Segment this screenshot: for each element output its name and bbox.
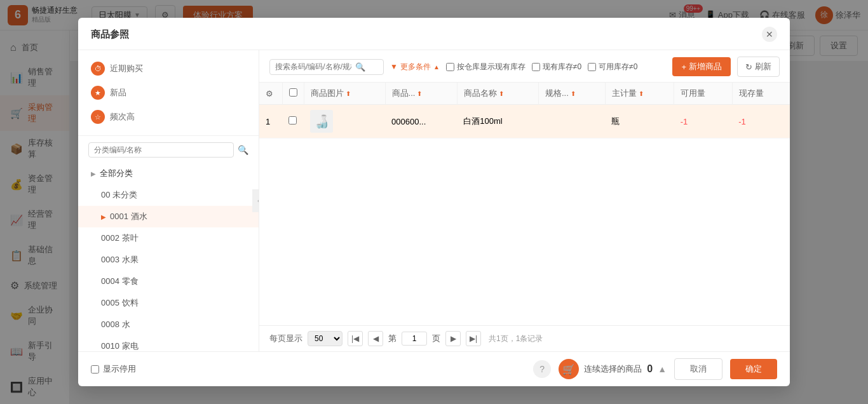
modal-body: ⏱ 近期购买 ★ 新品 ☆ 频次高 🔍 <box>78 50 790 351</box>
usable-label: 可用库存≠0 <box>599 62 637 72</box>
stock-value: -1 <box>738 117 746 126</box>
confirm-btn[interactable]: 确定 <box>730 359 777 379</box>
category-search-input[interactable] <box>88 142 234 158</box>
modal-footer: 显示停用 ? 🛒 连续选择的商品 0 ▲ 取消 确定 <box>78 351 790 386</box>
category-tree: ▶ 全部分类 00 未分类 ▶ 0001 酒水 0002 茶叶 0003 水果 <box>78 163 259 351</box>
unit-col-sort: 主计量 ⬆ <box>612 88 667 99</box>
cat-label-0001: 0001 酒水 <box>110 211 147 222</box>
unit-sort-icon: ⬆ <box>639 90 644 97</box>
cat-uncategorized[interactable]: 00 未分类 <box>78 184 259 206</box>
category-search-btn[interactable]: 🔍 <box>238 145 248 155</box>
recent-icon: ⏱ <box>91 62 105 76</box>
cat-arrow-all: ▶ <box>91 170 96 177</box>
th-checkbox <box>282 83 304 105</box>
next-page-btn[interactable]: ▶ <box>445 331 461 346</box>
page-prefix: 第 <box>388 333 397 344</box>
spec-col-sort: 规格... ⬆ <box>545 88 599 99</box>
settings-col-icon[interactable]: ⚙ <box>266 89 273 98</box>
cat-arrow-0001: ▶ <box>101 213 106 220</box>
cart-collapse-icon[interactable]: ▲ <box>658 364 667 374</box>
frequent-tab[interactable]: ☆ 频次高 <box>78 105 259 129</box>
th-name-label: 商品名称 <box>464 88 497 99</box>
cart-area: 🛒 连续选择的商品 0 ▲ <box>559 359 667 379</box>
quick-tabs: ⏱ 近期购买 ★ 新品 ☆ 频次高 <box>78 50 259 133</box>
search-icon[interactable]: 🔍 <box>355 62 365 72</box>
product-search-input[interactable] <box>275 62 351 71</box>
last-page-btn[interactable]: ▶| <box>466 331 481 346</box>
cat-label-0010: 0010 家电 <box>101 340 139 351</box>
first-page-btn[interactable]: |◀ <box>348 331 363 346</box>
available-checkbox-row[interactable]: 现有库存≠0 <box>532 62 581 72</box>
modal-title: 商品参照 <box>91 29 129 41</box>
help-btn[interactable]: ? <box>533 360 551 378</box>
new-product-tab[interactable]: ★ 新品 <box>78 81 259 105</box>
add-icon: + <box>681 62 686 72</box>
page-unit: 页 <box>432 333 440 344</box>
refresh-icon: ↻ <box>745 62 752 72</box>
show-disabled-check[interactable]: 显示停用 <box>91 363 136 375</box>
product-search-box: 🔍 <box>269 59 384 75</box>
table-body: 1 🍶 000600... 白酒100ml 瓶 <box>259 105 790 138</box>
modal-toolbar: 🔍 ▼ 更多条件 ▲ 按仓库显示现有库存 现有库存≠0 <box>259 50 790 83</box>
td-img: 🍶 <box>304 105 385 138</box>
th-spec-label: 规格... <box>545 88 569 99</box>
th-code: 商品... ⬆ <box>385 83 457 105</box>
filter-arrow-icon: ▲ <box>433 64 440 71</box>
add-label: 新增商品 <box>689 61 722 72</box>
th-spec: 规格... ⬆ <box>538 83 605 105</box>
cat-label-0005: 0005 饮料 <box>101 297 139 309</box>
available-checkbox[interactable] <box>532 63 540 71</box>
page-input[interactable] <box>402 332 427 346</box>
warehouse-checkbox-row[interactable]: 按仓库显示现有库存 <box>446 62 526 72</box>
th-img: 商品图片 ⬆ <box>304 83 385 105</box>
new-icon: ★ <box>91 86 105 100</box>
add-product-btn[interactable]: + 新增商品 <box>672 57 731 76</box>
total-info: 共1页，1条记录 <box>489 333 543 344</box>
row-checkbox[interactable] <box>288 116 297 125</box>
cart-icon[interactable]: 🛒 <box>559 359 579 379</box>
filter-icon: ▼ <box>390 62 398 71</box>
usable-checkbox-row[interactable]: 可用库存≠0 <box>588 62 637 72</box>
modal-right-panel: 🔍 ▼ 更多条件 ▲ 按仓库显示现有库存 现有库存≠0 <box>259 50 790 351</box>
code-sort-icon: ⬆ <box>417 90 422 97</box>
code-col-sort: 商品... ⬆ <box>392 88 451 99</box>
refresh-label: 刷新 <box>755 61 771 72</box>
cat-all[interactable]: ▶ 全部分类 <box>78 163 259 184</box>
available-label: 现有库存≠0 <box>543 62 581 72</box>
refresh-table-btn[interactable]: ↻ 刷新 <box>737 57 780 77</box>
spec-sort-icon: ⬆ <box>571 90 576 97</box>
cat-fruit[interactable]: 0003 水果 <box>78 249 259 271</box>
cancel-btn[interactable]: 取消 <box>674 358 722 380</box>
th-stock: 现存量 <box>732 83 790 105</box>
modal-close-btn[interactable]: ✕ <box>762 27 777 42</box>
prev-page-btn[interactable]: ◀ <box>368 331 383 346</box>
cat-appliance[interactable]: 0010 家电 <box>78 335 259 351</box>
available-value: -1 <box>681 117 688 126</box>
cat-alcohol[interactable]: ▶ 0001 酒水 <box>78 206 259 227</box>
recent-purchase-tab[interactable]: ⏱ 近期购买 <box>78 57 259 81</box>
more-filter-btn[interactable]: ▼ 更多条件 ▲ <box>390 62 440 72</box>
cat-snack[interactable]: 0004 零食 <box>78 271 259 292</box>
cat-drink[interactable]: 0005 饮料 <box>78 292 259 314</box>
usable-checkbox[interactable] <box>588 63 596 71</box>
select-all-checkbox[interactable] <box>289 88 297 97</box>
new-label: 新品 <box>110 87 126 98</box>
warehouse-checkbox[interactable] <box>446 63 454 71</box>
td-index: 1 <box>259 105 282 138</box>
cat-tea[interactable]: 0002 茶叶 <box>78 227 259 249</box>
frequent-label: 频次高 <box>110 111 135 123</box>
cart-label: 连续选择的商品 <box>584 363 642 375</box>
th-code-label: 商品... <box>392 88 416 99</box>
name-sort-icon: ⬆ <box>499 90 504 97</box>
show-disabled-checkbox[interactable] <box>91 365 99 374</box>
panel-collapse-btn[interactable]: ‹ <box>252 189 259 212</box>
per-page-select[interactable]: 50 100 <box>308 331 342 346</box>
cat-label-0002: 0002 茶叶 <box>101 232 139 244</box>
td-spec <box>538 105 605 138</box>
td-unit: 瓶 <box>605 105 674 138</box>
modal-header: 商品参照 ✕ <box>78 18 790 50</box>
cat-water[interactable]: 0008 水 <box>78 314 259 335</box>
cat-label-all: 全部分类 <box>100 168 133 179</box>
frequent-icon: ☆ <box>91 110 105 124</box>
table-row[interactable]: 1 🍶 000600... 白酒100ml 瓶 <box>259 105 790 138</box>
